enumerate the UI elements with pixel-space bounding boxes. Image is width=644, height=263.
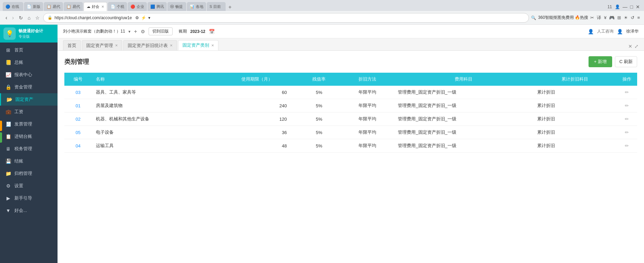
sidebar-item-label: 报表中心: [14, 72, 32, 78]
switch-version-btn[interactable]: 切到旧版: [149, 27, 173, 35]
dropdown-icon[interactable]: ▾: [128, 29, 130, 34]
edit-icon[interactable]: ✏: [625, 143, 629, 148]
sidebar-item-more[interactable]: ▼ 好会...: [0, 204, 58, 217]
tab-close-5[interactable]: ✕: [101, 5, 104, 9]
browser-tab-3[interactable]: 📋易代: [44, 2, 63, 11]
sidebar-item-label: 总账: [14, 59, 23, 65]
home-btn[interactable]: ⌂: [26, 14, 32, 21]
sidebar-item-home[interactable]: ⊞ 首页: [0, 44, 58, 56]
sidebar-item-invoice[interactable]: 🧾 发票管理: [0, 118, 58, 130]
search-label[interactable]: 360智能抠图免费用 🔥热搜: [538, 15, 588, 21]
browser-toolbar-right: ✂ 译 ¥ 🎮 ⊞ ☀ ↺ ≡: [590, 15, 640, 21]
browser-tab-5-active[interactable]: ☁好会✕: [84, 2, 107, 11]
cell-accumulated: 累计折旧: [533, 126, 617, 139]
sidebar-item-reports[interactable]: 📈 报表中心: [0, 69, 58, 81]
sidebar-item-fixed-assets[interactable]: 📂 固定资产: [0, 93, 58, 106]
translate-icon[interactable]: 译: [597, 15, 601, 21]
back-btn[interactable]: ‹: [4, 14, 9, 22]
refresh-btn[interactable]: C 刷新: [615, 56, 637, 67]
tab-depreciation[interactable]: 固定资产折旧统计表 ✕: [123, 40, 177, 50]
close-btn[interactable]: ✕: [636, 4, 640, 10]
sidebar-item-tax[interactable]: 🖥 税务管理: [0, 143, 58, 155]
currency-icon[interactable]: ¥: [604, 15, 606, 20]
tab-home[interactable]: 首页: [63, 40, 81, 50]
bookmark-btn[interactable]: ☆: [34, 14, 41, 21]
salary-icon: 💼: [5, 109, 11, 115]
search-area: 🔍 360智能抠图免费用 🔥热搜: [531, 15, 588, 21]
edit-icon[interactable]: ✏: [625, 103, 629, 108]
browser-tab-11[interactable]: S目前: [207, 2, 226, 11]
table-body: 03 器具、工具、家具等 60 5% 年限平均 管理费用_固定资产折旧_一级 累…: [64, 86, 637, 153]
tab-category-active[interactable]: 固定资产类别 ✕: [178, 40, 218, 50]
brightness-icon[interactable]: ☀: [624, 15, 628, 20]
calendar-icon[interactable]: 📅: [209, 29, 215, 34]
browser-tab-6[interactable]: 📄个税: [108, 2, 127, 11]
menu-icon[interactable]: ≡: [637, 15, 640, 20]
browser-tab-8[interactable]: 🟦腾讯: [148, 2, 167, 11]
scissors-icon[interactable]: ✂: [590, 15, 594, 20]
col-action: 操作: [617, 73, 637, 86]
checkout-icon: 💾: [5, 158, 11, 164]
sidebar-item-salary[interactable]: 💼 工资: [0, 106, 58, 118]
sidebar-item-label: 设置: [14, 183, 23, 189]
col-method: 折旧方法: [341, 73, 394, 86]
sidebar-item-label: 进销台账: [14, 133, 32, 140]
new-tab-btn[interactable]: +: [226, 4, 233, 10]
tab-close-fixed-mgmt[interactable]: ✕: [115, 44, 118, 47]
username-label: 徐泽华: [626, 28, 639, 34]
funds-icon: 🔒: [5, 84, 11, 90]
tab-home-label: 首页: [67, 43, 76, 49]
reload-btn[interactable]: ↻: [17, 14, 24, 21]
browser-tab-4[interactable]: 📋易代: [64, 2, 83, 11]
settings-btn[interactable]: ⚙: [141, 29, 145, 34]
cell-expense: 管理费用_固定资产折旧_一级: [394, 126, 533, 139]
tab-fixed-mgmt[interactable]: 固定资产管理 ✕: [82, 40, 122, 50]
url-bar[interactable]: 🔒 https://cloud.chanjet.com/accounting/u…: [43, 13, 529, 23]
grid-icon[interactable]: ⊞: [617, 15, 621, 20]
sidebar-item-settings[interactable]: ⚙ 设置: [0, 180, 58, 192]
cell-action: ✏: [617, 139, 637, 153]
collapse-icon[interactable]: ✕: [628, 44, 632, 49]
minimize-btn[interactable]: —: [623, 4, 628, 10]
cell-accumulated: 累计折旧: [533, 139, 617, 153]
sidebar-item-label: 结账: [14, 158, 23, 164]
browser-tab-2[interactable]: 📄新版: [24, 2, 43, 11]
undo-icon[interactable]: ↺: [631, 15, 634, 20]
sidebar-item-checkout[interactable]: 💾 结账: [0, 155, 58, 167]
cell-name: 电子设备: [92, 126, 217, 139]
sidebar-item-label: 新手引导: [14, 195, 32, 201]
add-account-btn[interactable]: +: [134, 28, 137, 35]
cell-months: 60: [217, 86, 297, 99]
sidebar: 💡 畅捷通好会计 专业版 ⊞ 首页 📒 总账 📈 报表中心 🔒 资: [0, 25, 58, 263]
browser-tab-10[interactable]: 📊各地: [187, 2, 206, 11]
cell-method: 年限平均: [341, 139, 394, 153]
sidebar-item-archive[interactable]: 📁 归档管理: [0, 167, 58, 180]
more-icon: ▼: [5, 208, 11, 213]
tab-close-depreciation[interactable]: ✕: [170, 44, 173, 47]
maximize-btn[interactable]: □: [630, 4, 633, 10]
col-name: 名称: [92, 73, 217, 86]
table-row: 04 运输工具 48 5% 年限平均 管理费用_固定资产折旧_一级 累计折旧 ✏: [64, 139, 637, 153]
edit-icon[interactable]: ✏: [625, 116, 629, 122]
col-code: 编号: [64, 73, 92, 86]
browser-tab-9[interactable]: Ⓜ畅提: [167, 2, 186, 11]
reports-icon: 📈: [5, 72, 11, 77]
sidebar-item-guide[interactable]: ▶ 新手引导: [0, 192, 58, 204]
tab-close-category[interactable]: ✕: [211, 44, 214, 47]
action-bar: + 新增 C 刷新: [589, 56, 637, 67]
sidebar-item-stock[interactable]: 📋 进销台账: [0, 130, 58, 143]
browser-tab-1[interactable]: 🔵在线: [3, 2, 23, 11]
expand-icon[interactable]: ⤢: [634, 44, 639, 49]
cell-expense: 管理费用_固定资产折旧_一级: [394, 99, 533, 112]
left-edge-indicator: [0, 121, 3, 143]
add-btn[interactable]: + 新增: [589, 56, 612, 67]
profile-icon[interactable]: 👤: [615, 4, 620, 9]
browser-tab-7[interactable]: 🔴企业: [128, 2, 147, 11]
edit-icon[interactable]: ✏: [625, 89, 629, 95]
edit-icon[interactable]: ✏: [625, 130, 629, 135]
sidebar-item-funds[interactable]: 🔒 资金管理: [0, 81, 58, 93]
sidebar-item-ledger[interactable]: 📒 总账: [0, 56, 58, 69]
game-icon[interactable]: 🎮: [609, 15, 615, 20]
forward-btn[interactable]: ›: [11, 14, 15, 22]
consult-label[interactable]: 人工咨询: [597, 28, 614, 34]
